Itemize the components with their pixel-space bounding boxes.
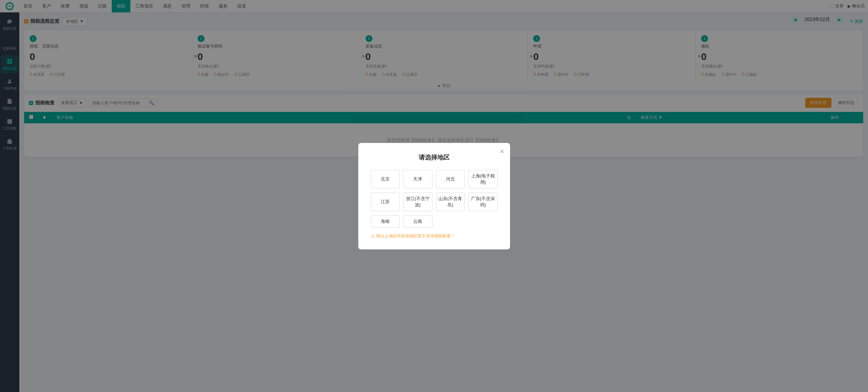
region-row-3: 海南 云南 (371, 215, 498, 228)
region-hebei[interactable]: 河北 (436, 170, 465, 188)
region-tianjin[interactable]: 天津 (403, 170, 432, 188)
modal-title: 请选择地区 (371, 153, 498, 162)
region-row-1: 北京 天津 河北 上海(电子税局) (371, 170, 498, 188)
region-placeholder-2 (468, 215, 498, 228)
region-select-modal: ✕ 请选择地区 北京 天津 河北 上海(电子税局) 江苏 浙江(不含宁波) 山东… (358, 143, 510, 249)
region-row-2: 江苏 浙江(不含宁波) 山东(不含青岛) 广东(不含深圳) (371, 193, 498, 211)
region-yunnan[interactable]: 云南 (403, 215, 432, 228)
modal-overlay: ✕ 请选择地区 北京 天津 河北 上海(电子税局) 江苏 浙江(不含宁波) 山东… (0, 0, 868, 392)
region-placeholder-1 (436, 215, 465, 228)
modal-close-button[interactable]: ✕ (499, 148, 505, 155)
region-zhejiang[interactable]: 浙江(不含宁波) (403, 193, 432, 211)
region-shanghai[interactable]: 上海(电子税局) (468, 170, 498, 188)
region-jiangsu[interactable]: 江苏 (371, 193, 400, 211)
region-warning: ⚠ 除以上地区外其他地区暂不支持报税检查！ (371, 233, 498, 239)
warning-icon: ⚠ (371, 234, 375, 239)
region-beijing[interactable]: 北京 (371, 170, 400, 188)
region-hainan[interactable]: 海南 (371, 215, 400, 228)
region-guangdong[interactable]: 广东(不含深圳) (468, 193, 498, 211)
region-shandong[interactable]: 山东(不含青岛) (436, 193, 465, 211)
warning-text-content: 除以上地区外其他地区暂不支持报税检查！ (376, 233, 455, 239)
